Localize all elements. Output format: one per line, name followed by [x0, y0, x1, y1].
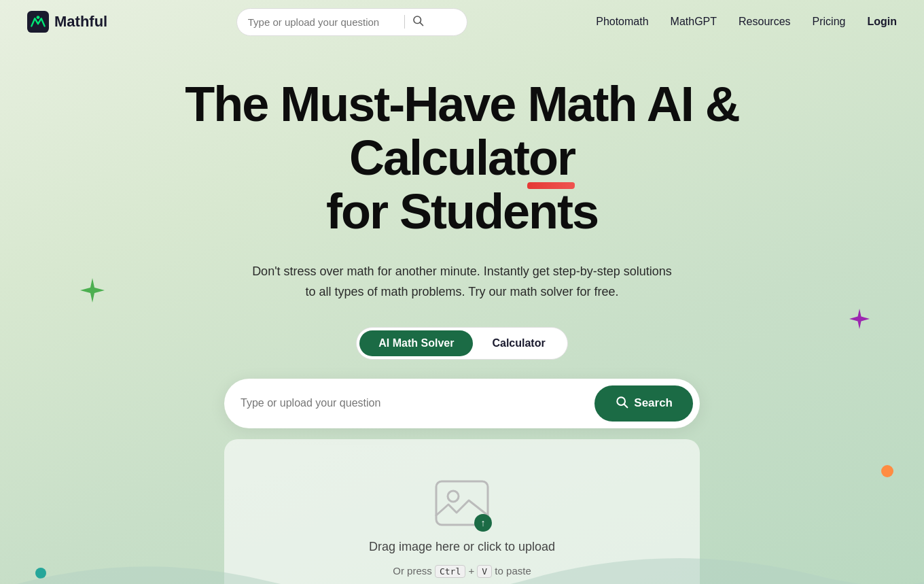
upload-badge: ↑ — [474, 514, 492, 532]
svg-point-7 — [448, 491, 459, 502]
purple-star-decoration — [849, 309, 870, 334]
v-key: V — [477, 565, 492, 578]
nav-search-bar — [236, 8, 467, 36]
hero-title: The Must-Have Math AI & Calculator for S… — [54, 78, 870, 239]
svg-line-5 — [624, 405, 628, 408]
nav-search-input[interactable] — [248, 16, 397, 28]
upload-paste-hint: Or press Ctrl + V to paste — [393, 565, 531, 578]
svg-point-1 — [37, 16, 40, 19]
nav-link-mathgpt[interactable]: MathGPT — [671, 16, 717, 28]
tab-calculator[interactable]: Calculator — [473, 330, 564, 356]
nav-link-photomath[interactable]: Photomath — [596, 16, 648, 28]
mode-tabs: AI Math Solver Calculator — [356, 327, 567, 360]
upload-icon-wrap: ↑ — [435, 480, 489, 529]
nav-search-icon[interactable] — [412, 14, 424, 30]
logo-icon — [27, 11, 49, 33]
svg-rect-0 — [27, 11, 49, 33]
teal-dot-decoration — [35, 568, 46, 579]
nav-link-resources[interactable]: Resources — [739, 16, 790, 28]
main-search-bar: Search — [224, 379, 700, 428]
orange-dot-decoration — [881, 465, 893, 477]
nav-link-pricing[interactable]: Pricing — [813, 16, 846, 28]
logo-text: Mathful — [54, 13, 107, 31]
tab-ai-math-solver[interactable]: AI Math Solver — [359, 330, 473, 356]
navbar: Mathful Photomath MathGPT Resources Pric… — [0, 0, 924, 44]
upload-area[interactable]: ↑ Drag image here or click to upload Or … — [224, 439, 700, 584]
nav-links: Photomath MathGPT Resources Pricing Logi… — [596, 16, 897, 28]
logo[interactable]: Mathful — [27, 11, 107, 33]
login-button[interactable]: Login — [867, 16, 897, 28]
upload-drag-text: Drag image here or click to upload — [369, 540, 555, 554]
hero-subtitle: Don't stress over math for another minut… — [252, 261, 672, 303]
search-button[interactable]: Search — [594, 385, 693, 422]
nav-search-divider — [404, 15, 405, 29]
ctrl-key: Ctrl — [435, 565, 465, 578]
search-button-label: Search — [634, 396, 673, 410]
green-star-decoration — [80, 278, 105, 308]
search-button-icon — [615, 395, 628, 412]
hero-section: The Must-Have Math AI & Calculator for S… — [0, 44, 924, 584]
main-search-input[interactable] — [241, 397, 594, 409]
svg-line-3 — [420, 22, 423, 25]
